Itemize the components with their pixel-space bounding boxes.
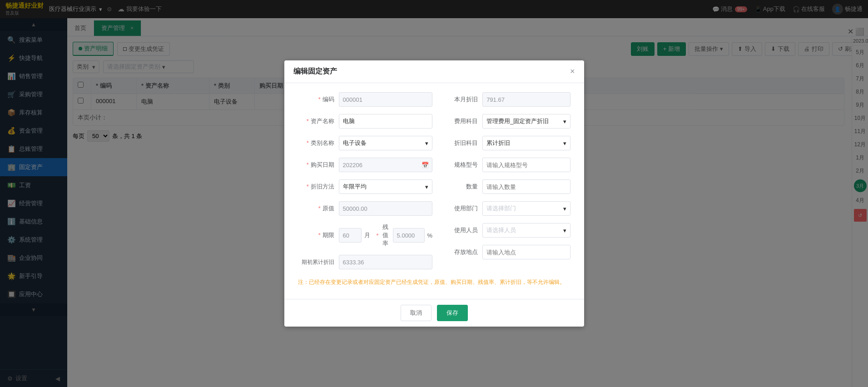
monthly-dep-label: 本月折旧 <box>441 95 482 104</box>
purchase-date-label: * 购买日期 <box>298 161 339 169</box>
field-category-row: * 类别名称 电子设备 ▾ <box>298 136 433 150</box>
location-input[interactable] <box>482 245 570 259</box>
field-code-row: * 编码 <box>298 92 433 107</box>
dep-account-select[interactable]: 累计折旧 ▾ <box>482 136 570 150</box>
dep-method-select[interactable]: 年限平均 ▾ <box>339 179 433 194</box>
personnel-label: 使用人员 <box>441 226 482 234</box>
field-quantity-row: 数量 <box>441 179 570 194</box>
dialog-header: 编辑固定资产 × <box>284 60 584 83</box>
dep-account-label: 折旧科目 <box>441 139 482 147</box>
initial-dep-label: 期初累计折旧 <box>298 258 339 266</box>
residual-rate-input[interactable] <box>393 228 425 243</box>
calendar-icon: 📅 <box>422 162 429 169</box>
location-label: 存放地点 <box>441 248 482 256</box>
modal-overlay: 编辑固定资产 × * 编码 <box>0 0 868 387</box>
original-value-input[interactable] <box>339 201 433 216</box>
asset-name-input[interactable] <box>339 114 433 129</box>
field-personnel-row: 使用人员 请选择人员 ▾ <box>441 223 570 238</box>
edit-asset-dialog: 编辑固定资产 × * 编码 <box>284 60 584 327</box>
field-asset-name-row: * 资产名称 <box>298 114 433 129</box>
asset-name-label: * 资产名称 <box>298 117 339 125</box>
field-department-row: 使用部门 请选择部门 ▾ <box>441 201 570 216</box>
spec-model-label: 规格型号 <box>441 161 482 169</box>
expense-cat-label: 费用科目 <box>441 117 482 125</box>
personnel-select[interactable]: 请选择人员 ▾ <box>482 223 570 238</box>
cancel-button[interactable]: 取消 <box>401 305 432 321</box>
field-period-row: * 期限 月 * 残值率 % <box>298 223 433 248</box>
period-input[interactable] <box>339 228 362 243</box>
field-initial-dep-row: 期初累计折旧 <box>298 255 433 269</box>
quantity-label: 数量 <box>441 183 482 191</box>
department-select[interactable]: 请选择部门 ▾ <box>482 201 570 216</box>
field-expense-cat-row: 费用科目 管理费用_固定资产折旧 ▾ <box>441 114 570 129</box>
field-monthly-dep-row: 本月折旧 <box>441 92 570 107</box>
monthly-dep-input[interactable] <box>482 92 570 107</box>
expense-cat-select[interactable]: 管理费用_固定资产折旧 ▾ <box>482 114 570 129</box>
quantity-input[interactable] <box>482 179 570 194</box>
initial-dep-input[interactable] <box>339 255 433 269</box>
category-select[interactable]: 电子设备 ▾ <box>339 136 433 150</box>
field-purchase-date-row: * 购买日期 📅 <box>298 158 433 172</box>
dialog-title: 编辑固定资产 <box>293 67 337 76</box>
code-input[interactable] <box>339 92 433 107</box>
save-button[interactable]: 保存 <box>437 305 468 321</box>
dialog-footer: 取消 保存 <box>284 299 584 327</box>
dialog-body: * 编码 * 资产名称 <box>284 83 584 299</box>
dialog-note: 注：已经存在变更记录或者对应固定资产已经生成凭证，原值、购买日期、残值率、累计折… <box>298 277 570 290</box>
field-dep-account-row: 折旧科目 累计折旧 ▾ <box>441 136 570 150</box>
department-label: 使用部门 <box>441 204 482 213</box>
category-label: * 类别名称 <box>298 139 339 147</box>
original-value-label: * 原值 <box>298 204 339 213</box>
dep-method-label: * 折旧方法 <box>298 183 339 191</box>
dialog-close-btn[interactable]: × <box>570 67 575 76</box>
field-spec-model-row: 规格型号 <box>441 158 570 172</box>
field-original-value-row: * 原值 <box>298 201 433 216</box>
field-location-row: 存放地点 <box>441 245 570 259</box>
spec-model-input[interactable] <box>482 158 570 172</box>
purchase-date-input[interactable] <box>339 158 433 172</box>
field-dep-method-row: * 折旧方法 年限平均 ▾ <box>298 179 433 194</box>
code-label: * 编码 <box>298 95 339 104</box>
period-label: * 期限 <box>298 231 339 239</box>
